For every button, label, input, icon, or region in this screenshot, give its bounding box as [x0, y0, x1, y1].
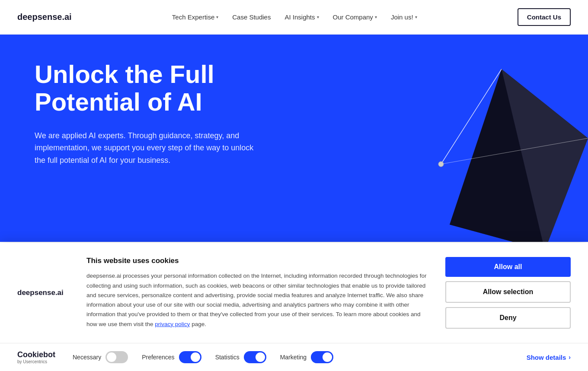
cookie-overlay: deepsense.ai This website uses cookies d…	[0, 0, 588, 242]
